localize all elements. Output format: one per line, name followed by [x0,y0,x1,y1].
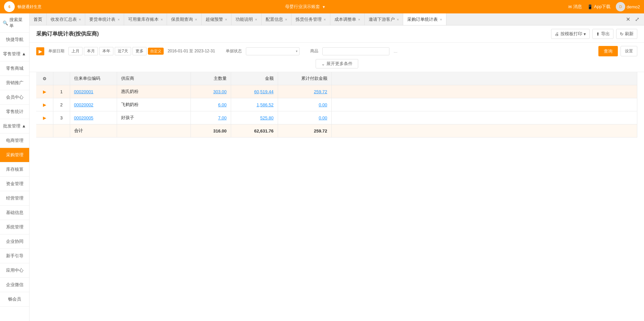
tab-pick-task[interactable]: 拣货任务管理 × [291,13,330,25]
date-btn-7days[interactable]: 近7天 [115,47,131,55]
row-expand[interactable]: ▶ [36,111,53,124]
avatar: D [616,2,625,11]
expand-conditions-btn[interactable]: ⌄ 展开更多条件 [316,59,358,68]
filter-toggle-btn[interactable]: ▶ [36,47,44,55]
row-extra [331,111,637,124]
sidebar-item-retail-mall[interactable]: 零售商城 [0,61,29,76]
sidebar-item-new-guide[interactable]: 新手引导 [0,249,29,263]
tab-requisition-close[interactable]: × [117,17,119,21]
row-paid[interactable]: 259.72 [278,85,331,98]
row-paid[interactable]: 0.00 [278,111,331,124]
tab-purchase-stat-close[interactable]: × [440,17,442,21]
row-supplier[interactable]: 惠氏奶粉 [117,85,191,98]
tab-invite-downstream[interactable]: 邀请下游客户 × [365,13,403,25]
sidebar-item-quick-nav[interactable]: 快捷导航 [0,33,29,47]
sidebar-item-corp-collab[interactable]: 企业协同 [0,234,29,249]
tab-expiry-query-close[interactable]: × [195,17,197,21]
export-btn[interactable]: ⬆ 导出 [592,29,613,39]
row-extra [331,85,637,98]
expand-tabs-btn[interactable]: ⤢ [633,15,641,23]
tab-config-info[interactable]: 配置信息 × [262,13,291,25]
col-settings-icon[interactable]: ⚙ [43,76,47,81]
date-btn-custom[interactable]: 自定义 [148,48,164,55]
col-settings-header[interactable]: ⚙ [36,72,53,85]
tab-expiry-query[interactable]: 保质期查询 × [167,13,201,25]
sidebar-item-vip-member[interactable]: 畅会员 [0,292,29,307]
row-code[interactable]: 00020002 [70,98,117,111]
sidebar-item-member[interactable]: 会员中心 [0,90,29,105]
sidebar-item-ecommerce[interactable]: 电商管理 [0,133,29,148]
footer-extra [331,124,637,138]
sidebar-item-operations[interactable]: 经营管理 [0,191,29,206]
sidebar-item-corp-wechat[interactable]: 企业微信 [0,278,29,292]
tab-overstock-close[interactable]: × [225,17,227,21]
sidebar-item-marketing[interactable]: 营销推广 [0,76,29,90]
sidebar-search[interactable]: 🔍 搜索菜单 [0,13,29,33]
tab-available-inventory-close[interactable]: × [161,17,163,21]
row-supplier[interactable]: 飞鹤奶粉 [117,98,191,111]
sidebar-item-wholesale[interactable]: 批发管理 ▲ [0,119,29,133]
tab-overstock[interactable]: 超储预警 × [202,13,231,25]
sidebar-item-finance[interactable]: 资金管理 [0,177,29,191]
tab-receive-send-close[interactable]: × [79,17,81,21]
sidebar-item-basic-info[interactable]: 基础信息 [0,206,29,220]
tab-invite-downstream-close[interactable]: × [397,17,399,21]
close-tab-btn[interactable]: ✕ [624,15,632,23]
sidebar-item-sys-mgmt[interactable]: 系统管理 [0,220,29,234]
tab-receive-send[interactable]: 收发存汇总表 × [47,13,85,25]
expand-row: ⌄ 展开更多条件 [36,59,637,68]
row-expand[interactable]: ▶ [36,98,53,111]
tab-func-desc[interactable]: 功能说明 × [231,13,261,25]
row-supplier[interactable]: 好孩子 [117,111,191,124]
row-code[interactable]: 00020001 [70,85,117,98]
page-actions: 🖨 按模板打印 ▾ ⬆ 导出 ↻ 刷新 [551,29,637,39]
row-qty[interactable]: 6.00 [191,98,231,111]
tab-pick-task-close[interactable]: × [324,17,326,21]
tab-requisition[interactable]: 要货单统计表 × [85,13,124,25]
status-select[interactable] [246,47,300,55]
template-print-btn[interactable]: 🖨 按模板打印 ▾ [551,29,590,39]
table-row[interactable]: ▶ 3 00020005 好孩子 7.00 525.80 0.00 [36,111,637,124]
row-code[interactable]: 00020005 [70,111,117,124]
date-btn-more[interactable]: 更多 [132,47,147,55]
row-amount[interactable]: 60,519.44 [231,85,278,98]
tab-config-info-close[interactable]: × [285,17,287,21]
tab-purchase-stat[interactable]: 采购订单统计表 × [403,13,446,25]
tab-cost-adjust-close[interactable]: × [358,17,360,21]
sidebar-item-retail-mgmt[interactable]: 零售管理 ▲ [0,47,29,61]
goods-more-btn[interactable]: … [393,49,397,54]
row-amount[interactable]: 1,586.52 [231,98,278,111]
date-btn-this-month[interactable]: 本月 [84,47,98,55]
table-row[interactable]: ▶ 2 00020002 飞鹤奶粉 6.00 1,586.52 0.00 [36,98,637,111]
row-num: 2 [53,98,70,111]
tab-func-desc-close[interactable]: × [255,17,257,21]
query-btn[interactable]: 查询 [598,46,618,56]
table-row[interactable]: ▶ 1 00020001 惠氏奶粉 303.00 60,519.44 259.7… [36,85,637,98]
tab-expiry-query-label: 保质期查询 [171,16,193,22]
row-qty[interactable]: 303.00 [191,85,231,98]
row-amount[interactable]: 525.80 [231,111,278,124]
message-btn[interactable]: ✉ 消息 [568,4,582,10]
sidebar-item-inventory[interactable]: 库存核算 [0,162,29,177]
row-qty[interactable]: 7.00 [191,111,231,124]
tab-available-inventory[interactable]: 可用量库存账本 × [124,13,167,25]
filter-row-1: ▶ 单据日期 上月 本月 本年 近7天 更多 自定义 2016-01-01 至 … [36,46,637,56]
tab-home[interactable]: 首页 [30,13,47,25]
row-expand[interactable]: ▶ [36,85,53,98]
refresh-btn[interactable]: ↻ 刷新 [616,29,637,39]
status-select-wrapper[interactable]: ▾ [246,47,300,55]
tab-cost-adjust[interactable]: 成本调整单 × [330,13,365,25]
user-profile[interactable]: D demo2 [616,2,640,11]
goods-input[interactable] [322,47,389,55]
settings-btn[interactable]: 设置 [621,46,637,56]
workspace-dropdown-icon[interactable]: ▾ [323,4,325,9]
date-quick-options: 上月 本月 本年 近7天 更多 自定义 [68,47,164,55]
workspace-selector[interactable]: 母婴行业演示账套 ▾ [285,4,325,10]
sidebar-item-app-center[interactable]: 应用中心 [0,263,29,278]
date-btn-last-month[interactable]: 上月 [68,47,83,55]
sidebar-item-retail-stat[interactable]: 零售统计 [0,105,29,119]
sidebar-item-purchase[interactable]: 采购管理 [0,148,29,162]
app-download-btn[interactable]: 📱 App下载 [587,4,610,10]
date-btn-this-year[interactable]: 本年 [99,47,113,55]
row-paid[interactable]: 0.00 [278,98,331,111]
